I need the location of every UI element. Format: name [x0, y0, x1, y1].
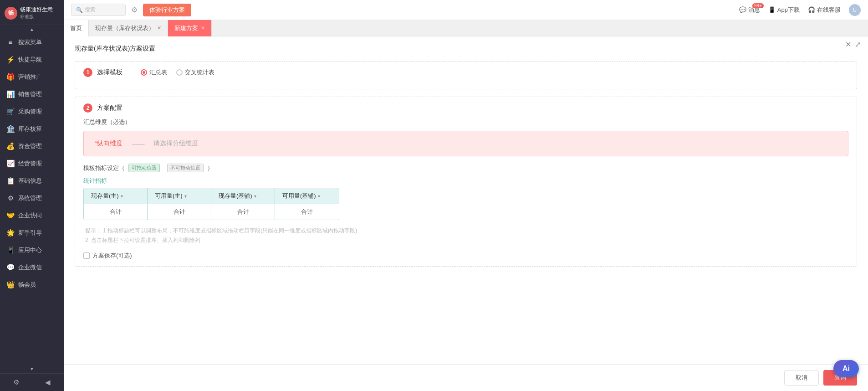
- template-options: 汇总表 交叉统计表: [141, 68, 214, 77]
- col-body-0: 合计: [84, 204, 148, 220]
- sidebar-item-label: 基础信息: [18, 177, 42, 185]
- quicknav-icon: ⚡: [6, 56, 15, 64]
- step2-badge: 2: [83, 103, 92, 113]
- aggregate-label: 汇总维度（必选）: [83, 118, 848, 126]
- sidebar-item-label: 快捷导航: [18, 56, 42, 64]
- step1-badge: 1: [83, 68, 92, 77]
- panel-close-icon[interactable]: ✕: [845, 40, 851, 49]
- step1-section: 1 选择模板 汇总表 交叉统计表: [75, 61, 857, 89]
- settings-bottom-icon[interactable]: ⚙: [13, 378, 19, 386]
- col-body-2: 合计: [211, 204, 275, 220]
- app-download-btn[interactable]: 📱 App下载: [768, 6, 800, 14]
- chevron-down-icon-0: ▾: [121, 194, 123, 199]
- topbar-right: 💬 消息 99+ 📱 App下载 🎧 在线客服 U: [739, 4, 861, 16]
- col-body-3: 合计: [275, 204, 339, 220]
- save-checkbox-label: 方案保存(可选): [92, 252, 132, 260]
- indicator-settings-prefix: 模板指标设定（: [83, 164, 125, 172]
- radio-cross[interactable]: 交叉统计表: [176, 68, 214, 77]
- cancel-button[interactable]: 取消: [784, 370, 819, 386]
- finance-icon: 💰: [6, 142, 15, 150]
- tag-not-draggable: 不可拖动位置: [167, 164, 204, 172]
- sidebar-item-system[interactable]: ⚙ 系统管理: [0, 190, 64, 207]
- dim-placeholder: 请选择分组维度: [153, 139, 198, 148]
- topbar-gear-icon[interactable]: ⚙: [131, 5, 138, 14]
- sidebar-item-search[interactable]: ≡ 搜索菜单: [0, 34, 64, 51]
- topbar-search[interactable]: 🔍 搜索: [71, 4, 126, 16]
- tab-inventory-label: 现存量（库存状况表）: [95, 24, 154, 32]
- sidebar-item-label: 应用中心: [18, 246, 42, 254]
- app-name: 畅康通好生意: [20, 6, 53, 14]
- sidebar: 畅 畅康通好生意 标准版 ▲ ≡ 搜索菜单 ⚡ 快捷导航 🎁 营销推广 📊 销售…: [0, 0, 64, 391]
- basics-icon: 📋: [6, 177, 15, 185]
- tab-inventory-close-icon[interactable]: ✕: [157, 25, 161, 31]
- collapse-sidebar-icon[interactable]: ◀: [45, 378, 51, 386]
- tab-inventory[interactable]: 现存量（库存状况表） ✕: [89, 20, 168, 36]
- sidebar-item-label: 系统管理: [18, 194, 42, 202]
- search-menu-icon: ≡: [6, 38, 15, 46]
- sidebar-item-operations[interactable]: 📈 经营管理: [0, 155, 64, 172]
- radio-summary[interactable]: 汇总表: [141, 68, 167, 77]
- ai-button[interactable]: Ai: [833, 360, 859, 377]
- chevron-down-icon-2: ▾: [254, 194, 256, 199]
- tab-new-plan-label: 新建方案: [174, 24, 198, 32]
- messages-badge[interactable]: 💬 消息 99+: [739, 6, 760, 14]
- sidebar-item-label: 经营管理: [18, 159, 42, 168]
- topbar: 🔍 搜索 ⚙ 体验行业方案 💬 消息 99+ 📱 App下载 🎧 在线客服 U: [64, 0, 868, 20]
- panel-controls: ✕ ⤢: [845, 40, 861, 49]
- sidebar-item-wechat[interactable]: 💬 企业微信: [0, 259, 64, 276]
- user-menu[interactable]: U: [849, 4, 861, 16]
- sidebar-item-member[interactable]: 👑 畅会员: [0, 276, 64, 293]
- col-header-1[interactable]: 可用量(主) ▾: [148, 188, 211, 204]
- dimension-box[interactable]: *纵向维度 —— 请选择分组维度: [83, 131, 848, 156]
- sidebar-item-purchase[interactable]: 🛒 采购管理: [0, 103, 64, 120]
- sidebar-item-collab[interactable]: 🤝 企业协同: [0, 207, 64, 224]
- tag-draggable: 可拖动位置: [128, 164, 160, 172]
- table-header-row: 现存量(主) ▾ 可用量(主) ▾ 现存量(基辅) ▾ 可用量(基辅): [84, 188, 339, 204]
- sidebar-item-finance[interactable]: 💰 资金管理: [0, 138, 64, 155]
- dim-arrow: ——: [132, 140, 144, 147]
- sidebar-item-label: 企业微信: [18, 263, 42, 272]
- tab-new-plan[interactable]: 新建方案 ✕: [168, 20, 212, 36]
- sidebar-nav: ≡ 搜索菜单 ⚡ 快捷导航 🎁 营销推广 📊 销售管理 🛒 采购管理 🏦 库存核…: [0, 34, 64, 365]
- sidebar-item-appcenter[interactable]: 📱 应用中心: [0, 242, 64, 259]
- trial-button[interactable]: 体验行业方案: [143, 4, 191, 16]
- member-icon: 👑: [6, 281, 15, 289]
- download-icon: 📱: [768, 6, 776, 13]
- app-download-label: App下载: [777, 6, 800, 14]
- online-service-label: 在线客服: [817, 6, 841, 14]
- sidebar-item-basics[interactable]: 📋 基础信息: [0, 172, 64, 190]
- ai-label: Ai: [842, 365, 850, 373]
- newuser-icon: 🌟: [6, 229, 15, 237]
- sidebar-item-marketing[interactable]: 🎁 营销推广: [0, 68, 64, 86]
- sidebar-bottom: ⚙ ◀: [0, 373, 64, 391]
- step1-header: 1 选择模板 汇总表 交叉统计表: [83, 68, 848, 77]
- tab-home[interactable]: 首页: [64, 20, 89, 36]
- tab-new-plan-close-icon[interactable]: ✕: [201, 25, 205, 31]
- messages-count: 99+: [752, 3, 764, 8]
- panel-expand-icon[interactable]: ⤢: [855, 40, 861, 49]
- sidebar-item-label: 企业协同: [18, 211, 42, 220]
- online-service-btn[interactable]: 🎧 在线客服: [808, 6, 841, 14]
- radio-summary-label: 汇总表: [149, 68, 167, 77]
- col-header-0[interactable]: 现存量(主) ▾: [84, 188, 148, 204]
- col-header-label-2: 现存量(基辅): [219, 192, 252, 200]
- save-checkbox[interactable]: [83, 252, 90, 259]
- sidebar-item-inventory[interactable]: 🏦 库存核算: [0, 120, 64, 138]
- sidebar-item-sales[interactable]: 📊 销售管理: [0, 86, 64, 103]
- sidebar-item-newuser[interactable]: 🌟 新手引导: [0, 224, 64, 242]
- col-header-2[interactable]: 现存量(基辅) ▾: [211, 188, 275, 204]
- logo-icon: 畅: [5, 7, 17, 20]
- sidebar-scroll-up[interactable]: ▲: [0, 25, 64, 34]
- app-version: 标准版: [20, 14, 53, 20]
- chevron-down-icon-1: ▾: [184, 194, 187, 199]
- step2-section: 2 方案配置 汇总维度（必选） *纵向维度 —— 请选择分组维度 模板指标设定（…: [75, 97, 857, 267]
- sales-icon: 📊: [6, 90, 15, 98]
- content-area: ✕ ⤢ 现存量(库存状况表)方案设置 1 选择模板 汇总表: [64, 36, 868, 364]
- tips-section: 提示： 1.拖动标题栏可以调整布局，不可跨维度或指标区域拖动栏目字段(只能在同一…: [83, 227, 848, 244]
- sidebar-scroll-down[interactable]: ▼: [0, 365, 64, 373]
- col-header-3[interactable]: 可用量(基辅) ▾: [275, 188, 339, 204]
- message-icon: 💬: [739, 6, 746, 13]
- purchase-icon: 🛒: [6, 108, 15, 116]
- marketing-icon: 🎁: [6, 73, 15, 81]
- sidebar-item-quicknav[interactable]: ⚡ 快捷导航: [0, 51, 64, 68]
